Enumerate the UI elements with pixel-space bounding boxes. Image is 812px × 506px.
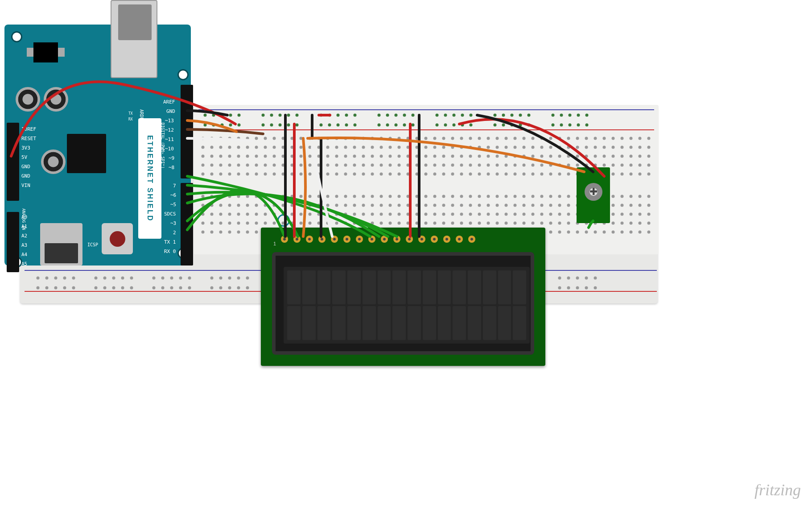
svg-point-125 bbox=[72, 277, 75, 280]
lcd-pin bbox=[456, 236, 463, 243]
shield-label: ETHERNET SHIELD bbox=[138, 118, 161, 239]
lcd-pin bbox=[331, 236, 338, 243]
shield-label-text: ETHERNET SHIELD bbox=[146, 135, 154, 222]
svg-point-113 bbox=[585, 137, 588, 140]
svg-point-76 bbox=[255, 137, 258, 140]
svg-point-105 bbox=[514, 137, 517, 140]
svg-point-36 bbox=[212, 124, 215, 127]
svg-point-33 bbox=[577, 114, 580, 117]
breadboard-rail-neg-top bbox=[198, 109, 654, 110]
svg-point-12 bbox=[337, 114, 340, 117]
svg-point-101 bbox=[478, 137, 481, 140]
pin-label: ~3 bbox=[170, 220, 176, 226]
pin-label: AREF bbox=[163, 99, 175, 105]
svg-point-123 bbox=[54, 277, 58, 280]
lcd-char bbox=[317, 270, 331, 304]
svg-point-16 bbox=[386, 114, 389, 117]
lcd-screen bbox=[272, 252, 534, 355]
lcd-char bbox=[468, 306, 481, 340]
svg-point-77 bbox=[264, 137, 267, 140]
svg-point-15 bbox=[378, 114, 381, 117]
svg-point-71 bbox=[210, 137, 214, 140]
pin-label: ~8 bbox=[169, 165, 174, 170]
svg-point-35 bbox=[204, 124, 207, 127]
arduino-brand-label: ARDUINO bbox=[139, 109, 144, 128]
lcd-pin bbox=[318, 236, 326, 243]
lcd-char bbox=[302, 306, 316, 340]
svg-point-80 bbox=[291, 137, 294, 140]
lcd-pin bbox=[443, 236, 450, 243]
svg-point-95 bbox=[425, 137, 428, 140]
svg-point-44 bbox=[296, 124, 299, 127]
svg-point-60 bbox=[494, 124, 497, 127]
lcd-char-grid bbox=[284, 267, 530, 344]
svg-point-61 bbox=[502, 124, 505, 127]
svg-point-10 bbox=[320, 114, 323, 117]
arduino-ethernet-shield: ETHERNET SHIELD ARDUINO AREF GND ~13 ~12… bbox=[4, 25, 191, 265]
header-power bbox=[7, 123, 19, 201]
svg-point-28 bbox=[519, 114, 522, 117]
svg-point-18 bbox=[403, 114, 406, 117]
svg-point-78 bbox=[273, 137, 276, 140]
digital-label: DIGITAL (PWM~ SPI^) bbox=[161, 123, 165, 169]
fritzing-watermark: fritzing bbox=[754, 481, 801, 499]
lcd-char bbox=[363, 270, 376, 304]
svg-point-108 bbox=[540, 137, 544, 140]
lcd-char bbox=[408, 306, 421, 340]
lcd-pin1-label: 1 bbox=[273, 241, 276, 246]
svg-point-112 bbox=[576, 137, 579, 140]
svg-point-5 bbox=[262, 114, 265, 117]
lcd-pin bbox=[468, 236, 475, 243]
voltage-regulator bbox=[33, 42, 58, 62]
lcd-pin bbox=[356, 236, 363, 243]
pin-label: TX 1 bbox=[164, 239, 176, 245]
svg-point-0 bbox=[204, 114, 207, 117]
lcd-pin-row bbox=[281, 236, 475, 243]
svg-point-55 bbox=[436, 124, 439, 127]
lcd-pin bbox=[418, 236, 425, 243]
svg-point-84 bbox=[326, 137, 330, 140]
lcd-char bbox=[287, 306, 301, 340]
pin-label: GND bbox=[166, 108, 175, 114]
svg-point-67 bbox=[569, 124, 572, 127]
svg-point-46 bbox=[328, 124, 331, 127]
svg-point-82 bbox=[309, 137, 312, 140]
capacitor bbox=[44, 87, 68, 112]
rx-label: RX bbox=[128, 117, 133, 121]
arduino-logo-icon bbox=[277, 214, 290, 227]
svg-point-117 bbox=[621, 137, 624, 140]
svg-point-118 bbox=[630, 137, 633, 140]
lcd-16x2: 1 bbox=[261, 228, 545, 366]
lcd-char bbox=[302, 270, 316, 304]
svg-point-92 bbox=[398, 137, 401, 140]
svg-point-106 bbox=[523, 137, 526, 140]
icsp-label: ICSP bbox=[87, 242, 98, 247]
lcd-char bbox=[332, 306, 346, 340]
svg-point-2 bbox=[221, 114, 224, 117]
svg-point-102 bbox=[487, 137, 490, 140]
svg-point-110 bbox=[558, 137, 561, 140]
header-analog bbox=[7, 212, 19, 272]
svg-point-17 bbox=[395, 114, 398, 117]
pin-label: RX 0 bbox=[164, 249, 176, 254]
svg-point-50 bbox=[378, 124, 381, 127]
svg-point-49 bbox=[354, 124, 357, 127]
svg-point-8 bbox=[287, 114, 290, 117]
svg-point-29 bbox=[528, 114, 531, 117]
header-digital-low bbox=[181, 183, 193, 265]
lcd-pin bbox=[306, 236, 313, 243]
svg-point-85 bbox=[335, 137, 338, 140]
pin-label: SDCS bbox=[164, 211, 176, 217]
pin-label: ~9 bbox=[169, 155, 174, 161]
svg-point-21 bbox=[444, 114, 447, 117]
svg-point-120 bbox=[647, 137, 651, 140]
capacitor bbox=[16, 87, 40, 112]
sd-card-slot bbox=[40, 223, 82, 265]
lcd-char bbox=[438, 306, 451, 340]
lcd-char bbox=[498, 306, 511, 340]
svg-point-3 bbox=[229, 114, 232, 117]
svg-point-119 bbox=[639, 137, 642, 140]
lcd-char bbox=[392, 306, 406, 340]
svg-point-1 bbox=[212, 114, 215, 117]
pin-label: 2 bbox=[173, 230, 176, 236]
